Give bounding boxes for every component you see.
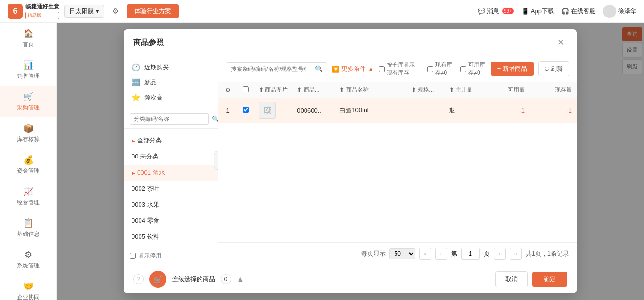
high-freq-item[interactable]: ⭐ 频次高: [124, 90, 218, 105]
product-search-button[interactable]: 🔍: [311, 63, 327, 75]
trial-button[interactable]: 体验行业方案: [127, 4, 179, 18]
cancel-button[interactable]: 取消: [495, 271, 528, 287]
online-service-item[interactable]: 🎧 在线客服: [561, 7, 595, 16]
cat-search-button[interactable]: 🔍: [212, 115, 218, 123]
checkbox-group: 按仓库显示现有库存 现有库存≠0 可用库存≠0: [379, 61, 486, 77]
store-selector[interactable]: 日太阳膜 ▾: [64, 5, 104, 18]
collapse-footer-button[interactable]: ▲: [237, 275, 244, 283]
filter-more-button[interactable]: 🔽 更多条件 ▲: [332, 65, 374, 73]
sidebar-item-finance[interactable]: 💰 资金管理: [0, 149, 56, 181]
product-table: ⚙ ⬆ 商品图片: [218, 82, 577, 242]
sidebar-item-purchase[interactable]: 🛒 采购管理: [0, 86, 56, 117]
product-search-input[interactable]: [226, 63, 311, 75]
cat-list: ▶ 全部分类 00 未分类 ▶ 0001 酒水 0002 茶: [124, 129, 218, 247]
prev-page-button[interactable]: ‹: [435, 248, 447, 260]
avatar: [603, 5, 616, 18]
logo-icon: 6: [8, 4, 23, 19]
sidebar-item-basic-info[interactable]: 📋 基础信息: [0, 212, 56, 244]
logo-text: 畅捷通好生意 精品版: [25, 3, 59, 19]
home-icon: 🏠: [23, 28, 33, 39]
show-disabled-area: 显示停用: [124, 247, 218, 265]
row-select-checkbox[interactable]: [243, 107, 249, 113]
modal-header: 商品参照 ✕: [124, 29, 577, 56]
page-size-select[interactable]: 50 20 100: [389, 248, 415, 259]
modal-close-button[interactable]: ✕: [554, 36, 567, 49]
row-unit: 瓶: [445, 98, 482, 123]
confirm-button[interactable]: 确定: [532, 272, 567, 287]
cat-quick: 🕐 近期购买 🆕 新品 ⭐ 频次高: [124, 56, 218, 109]
products-table: ⚙ ⬆ 商品图片: [218, 82, 577, 123]
last-page-button[interactable]: »: [510, 248, 522, 260]
sales-icon: 📊: [23, 60, 33, 70]
product-toolbar: 🔍 🔽 更多条件 ▲ 按仓库显示现有库存: [218, 56, 577, 82]
row-spec: [407, 98, 445, 123]
header-right: 💬 消息 99+ 📱 App下载 🎧 在线客服 徐泽华: [478, 5, 636, 18]
col-spec: ⬆ 规格...: [407, 82, 445, 98]
cat-item-2[interactable]: 0002 茶叶: [124, 181, 218, 197]
cat-item-3[interactable]: 0003 水果: [124, 197, 218, 213]
cat-search-input[interactable]: [130, 113, 209, 125]
purchase-icon: 🛒: [23, 92, 33, 102]
refresh-product-button[interactable]: C 刷新: [538, 61, 569, 76]
app-download-item[interactable]: 📱 App下载: [521, 7, 554, 16]
sidebar-item-home[interactable]: 🏠 首页: [0, 23, 56, 54]
recent-purchase-item[interactable]: 🕐 近期购买: [124, 60, 218, 75]
row-name: 白酒100ml: [335, 98, 407, 123]
modal-title: 商品参照: [133, 38, 164, 48]
row-available: -1: [482, 98, 529, 123]
header-nav: 日太阳膜 ▾ ⚙ 体验行业方案: [64, 4, 478, 19]
sidebar-item-enterprise[interactable]: 🤝 企业协同: [0, 275, 56, 300]
show-disabled-checkbox[interactable]: [130, 253, 136, 259]
product-search-box: 🔍: [226, 62, 327, 75]
pagination-bar: 每页显示 50 20 100 « ‹: [218, 242, 577, 265]
select-all-checkbox[interactable]: [243, 86, 249, 92]
sidebar-item-operations[interactable]: 📈 经营管理: [0, 181, 56, 212]
cat-item-1[interactable]: ▶ 0001 酒水: [124, 165, 218, 181]
message-item[interactable]: 💬 消息 99+: [478, 7, 514, 16]
sidebar-item-system[interactable]: ⚙ 系统管理: [0, 244, 56, 275]
modal-overlay: 商品参照 ✕ 🕐 近期购买 🆕: [57, 23, 644, 300]
enterprise-icon: 🤝: [23, 281, 33, 292]
logo-area: 6 畅捷通好生意 精品版: [8, 3, 64, 19]
col-checkbox: [237, 82, 254, 98]
add-product-button[interactable]: + 新增商品: [491, 62, 534, 76]
user-item[interactable]: 徐泽华: [603, 5, 636, 18]
modal-footer: ? 🛒 连续选择的商品 0 ▲ 取消: [124, 265, 577, 293]
star-icon: ⭐: [132, 93, 140, 102]
row-checkbox: [237, 98, 254, 123]
checkbox-available-stock[interactable]: 可用库存≠0: [460, 61, 486, 77]
modal-body: 🕐 近期购买 🆕 新品 ⭐ 频次高: [124, 56, 577, 265]
finance-icon: 💰: [23, 155, 33, 165]
checkbox-current-stock[interactable]: 现有库存≠0: [427, 61, 453, 77]
col-image: ⬆ 商品图片: [254, 82, 292, 98]
page-input[interactable]: [461, 248, 480, 260]
expand-arrow-1: ▶: [132, 170, 135, 175]
row-code: 000600...: [292, 98, 335, 123]
cat-item-4[interactable]: 0004 零食: [124, 213, 218, 229]
row-image: 🖼: [254, 98, 292, 123]
cat-item-5[interactable]: 0005 饮料: [124, 229, 218, 245]
footer-left: ? 🛒 连续选择的商品 0 ▲: [133, 271, 244, 288]
cat-item-all[interactable]: ▶ 全部分类: [124, 133, 218, 149]
next-page-button[interactable]: ›: [494, 248, 506, 260]
top-header: 6 畅捷通好生意 精品版 日太阳膜 ▾ ⚙ 体验行业方案 💬 消息 99+ 📱 …: [0, 0, 644, 23]
collapse-panel-button[interactable]: 《: [214, 151, 218, 170]
cart-icon: 🛒: [153, 275, 163, 284]
table-row[interactable]: 1 🖼: [218, 98, 577, 123]
col-code: ⬆ 商品...: [292, 82, 335, 98]
help-icon-btn[interactable]: ?: [133, 274, 144, 284]
clock-icon: 🕐: [132, 63, 140, 72]
first-page-button[interactable]: «: [419, 248, 431, 260]
new-product-item[interactable]: 🆕 新品: [124, 75, 218, 90]
sidebar-item-sales[interactable]: 📊 销售管理: [0, 54, 56, 86]
sidebar-item-inventory[interactable]: 📦 库存核算: [0, 117, 56, 149]
col-unit: ⬆ 主计量: [445, 82, 482, 98]
checkbox-warehouse-stock[interactable]: 按仓库显示现有库存: [379, 61, 420, 77]
system-icon: ⚙: [25, 250, 32, 260]
cart-icon-btn[interactable]: 🛒: [149, 271, 166, 288]
basic-info-icon: 📋: [23, 218, 33, 228]
product-panel: 🔍 🔽 更多条件 ▲ 按仓库显示现有库存: [218, 56, 577, 265]
settings-icon-btn[interactable]: ⚙: [108, 4, 123, 19]
cat-item-0[interactable]: 00 未分类: [124, 149, 218, 165]
category-panel: 🕐 近期购买 🆕 新品 ⭐ 频次高: [124, 56, 218, 265]
